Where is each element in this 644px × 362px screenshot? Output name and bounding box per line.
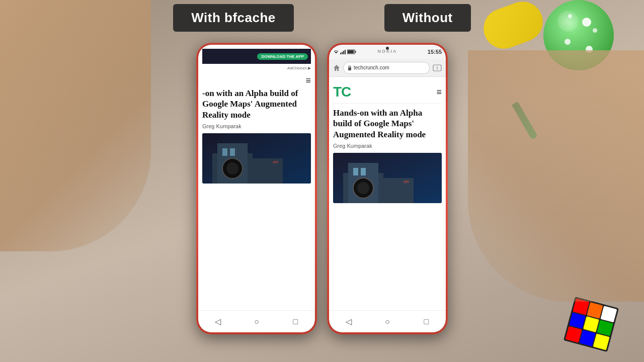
- label-with-bfcache: With bfcache: [173, 4, 294, 32]
- svg-text:i: i: [437, 65, 438, 70]
- cube-cell-2: [601, 306, 617, 322]
- phone-left-screen: DOWNLOAD THE APP AdChoices ▶ ≡ -on with …: [198, 45, 315, 332]
- url-bar[interactable]: techcrunch.com: [343, 62, 430, 74]
- cube-cell-4: [583, 316, 600, 333]
- cube-cell-6: [566, 326, 582, 343]
- status-icons: [333, 49, 356, 54]
- cube-cell-8: [593, 334, 610, 350]
- browser-content-right: TC ≡ Hands-on with an Alpha build of Goo…: [329, 77, 446, 310]
- phone-left-browser: DOWNLOAD THE APP AdChoices ▶ ≡ -on with …: [198, 45, 315, 310]
- home-button-right[interactable]: ○: [381, 316, 393, 328]
- label-container: With bfcache Without: [0, 0, 644, 32]
- svg-rect-18: [348, 67, 351, 70]
- article-image-right: AR: [333, 153, 442, 203]
- author-right: Greg Kumparak: [333, 143, 442, 149]
- lock-icon: [348, 65, 352, 70]
- signal-icon: [340, 49, 346, 54]
- recent-button-left[interactable]: □: [289, 316, 301, 328]
- wifi-icon: [333, 49, 339, 54]
- hamburger-left[interactable]: ≡: [305, 75, 311, 86]
- article-image-left: AR: [202, 133, 311, 184]
- home-nav-icon: [333, 64, 340, 71]
- cube-cell-5: [597, 320, 613, 336]
- nav-bar-left: ◁ ○ □: [198, 310, 315, 332]
- svg-rect-12: [342, 52, 343, 54]
- cube-cell-1: [587, 302, 603, 319]
- phones-container: DOWNLOAD THE APP AdChoices ▶ ≡ -on with …: [196, 43, 448, 334]
- hamburger-right[interactable]: ≡: [436, 87, 442, 98]
- battery-icon: [347, 49, 356, 54]
- phone-left: DOWNLOAD THE APP AdChoices ▶ ≡ -on with …: [196, 43, 317, 334]
- svg-text:AR: AR: [404, 179, 409, 184]
- url-text: techcrunch.com: [354, 65, 389, 70]
- svg-rect-26: [361, 168, 366, 175]
- hand-left: [0, 0, 151, 251]
- phone-right-screen: 15:55 techcrunch.com i: [329, 45, 446, 332]
- time-display: 15:55: [428, 49, 442, 55]
- svg-rect-13: [343, 51, 344, 54]
- address-bar-right[interactable]: techcrunch.com i: [329, 59, 446, 77]
- download-app-button[interactable]: DOWNLOAD THE APP: [257, 53, 308, 60]
- ad-choices: AdChoices ▶: [202, 66, 311, 70]
- svg-rect-25: [353, 168, 358, 175]
- back-button-right[interactable]: ◁: [343, 316, 355, 328]
- svg-rect-14: [345, 50, 346, 54]
- svg-rect-11: [340, 53, 341, 54]
- home-button-left[interactable]: ○: [251, 316, 263, 328]
- author-left: Greg Kumparak: [202, 123, 311, 129]
- info-icon[interactable]: i: [433, 64, 442, 71]
- recent-button-right[interactable]: □: [420, 316, 432, 328]
- svg-rect-17: [348, 50, 354, 53]
- left-menu-row: ≡: [202, 73, 311, 88]
- article-title-left: -on with an Alpha build of Google Maps' …: [202, 88, 311, 120]
- camera-dot: [386, 47, 389, 50]
- svg-point-29: [357, 182, 369, 194]
- cube-cell-3: [569, 312, 586, 329]
- svg-rect-16: [355, 51, 356, 53]
- label-without: Without: [384, 4, 471, 32]
- cube-cell-7: [579, 330, 596, 346]
- ad-bar: DOWNLOAD THE APP: [202, 49, 311, 64]
- tc-logo: TC: [333, 84, 351, 100]
- article-title-right: Hands-on with an Alpha build of Google M…: [333, 108, 442, 140]
- svg-rect-10: [202, 133, 311, 184]
- tc-header: TC ≡: [333, 81, 442, 104]
- hand-right: [468, 50, 644, 302]
- back-button-left[interactable]: ◁: [212, 316, 224, 328]
- nav-bar-right: ◁ ○ □: [329, 310, 446, 332]
- phone-right: NOKIA: [327, 43, 448, 334]
